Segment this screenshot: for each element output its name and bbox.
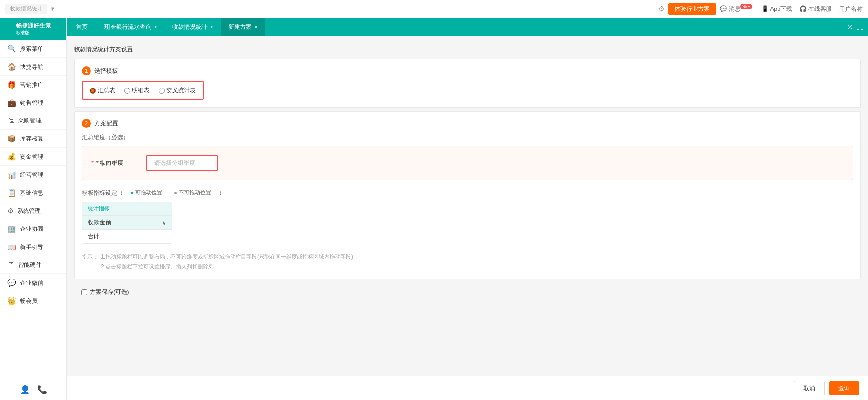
service-icon: 🎧	[799, 5, 807, 12]
metrics-section: 模板指标设定（ 可拖动位置 不可拖动位置 ）	[82, 188, 853, 245]
dimension-area: * * 纵向维度 —— 请选择分组维度	[82, 146, 853, 180]
sidebar-item-quick-nav[interactable]: 🏠 快捷导航	[0, 58, 66, 76]
inventory-icon: 📦	[7, 134, 16, 143]
step2-header: 2 方案配置	[82, 119, 853, 128]
industry-button[interactable]: 体验行业方案	[668, 3, 716, 15]
sidebar-item-operations[interactable]: 📊 经营管理	[0, 166, 66, 184]
radio-cross-input[interactable]	[159, 88, 165, 94]
tab-new-plan-close[interactable]: ×	[255, 24, 258, 30]
user-name[interactable]: 用户名称	[839, 5, 863, 13]
save-checkbox-label[interactable]: 方案保存(可选)	[81, 288, 129, 296]
fixed-dot	[174, 192, 177, 194]
sidebar-label-sales: 销售管理	[20, 99, 43, 107]
page-content: 收款情况统计方案设置 1 选择模板 汇总表 明细表	[67, 36, 868, 376]
wechat-icon: 💬	[7, 278, 16, 287]
collection-amount-dropdown[interactable]: ∨	[162, 219, 166, 226]
main-layout: 畅捷通好生意 标准版 🔍 搜索菜单 🏠 快捷导航 🎁 营销推广 💼 销售管理 🛍…	[0, 18, 868, 400]
sidebar-bottom-icon2[interactable]: 📞	[37, 385, 47, 395]
quick-nav-icon: 🏠	[7, 62, 16, 71]
logo-sub: 标准版	[16, 30, 51, 36]
purchase-icon: 🛍	[7, 117, 14, 125]
tip-line-2: 提示： 2.点击标题栏下拉可设置排序、插入列和删除列	[82, 262, 853, 272]
tab-maximize-icon[interactable]: ⛶	[856, 23, 863, 31]
tab-new-plan-label: 新建方案	[228, 23, 252, 31]
tab-close-icon[interactable]: ✕	[847, 23, 853, 32]
radio-cross-label: 交叉统计表	[166, 86, 196, 94]
tab-collection-stats[interactable]: 收款情况统计 ×	[165, 18, 221, 36]
tab-collection-stats-close[interactable]: ×	[210, 24, 213, 30]
sidebar-item-purchase[interactable]: 🛍 采购管理	[0, 112, 66, 130]
radio-detail-label: 明细表	[132, 86, 150, 94]
sidebar-item-wechat[interactable]: 💬 企业微信	[0, 274, 66, 292]
tab-bar: 首页 现金银行流水查询 × 收款情况统计 × 新建方案 × ✕ ⛶	[67, 18, 868, 36]
content-area: 首页 现金银行流水查询 × 收款情况统计 × 新建方案 × ✕ ⛶	[67, 18, 868, 400]
save-checkbox-input[interactable]	[81, 289, 87, 295]
sidebar-label-basic-info: 基础信息	[20, 189, 43, 197]
metrics-table: 统计指标 收款金额 ∨ 合计	[82, 202, 172, 244]
sidebar-item-sales[interactable]: 💼 销售管理	[0, 94, 66, 112]
sidebar-label-marketing: 营销推广	[20, 81, 43, 89]
radio-detail-input[interactable]	[124, 88, 130, 94]
tab-bank-flow[interactable]: 现金银行流水查询 ×	[97, 18, 165, 36]
sidebar-item-system[interactable]: ⚙ 系统管理	[0, 202, 66, 220]
draggable-label: 可拖动位置	[135, 189, 162, 197]
step1-badge: 1	[82, 66, 91, 75]
radio-cross[interactable]: 交叉统计表	[159, 86, 196, 94]
tab-bank-flow-close[interactable]: ×	[154, 24, 157, 30]
sidebar-logo: 畅捷通好生意 标准版	[0, 18, 66, 40]
hardware-icon: 🖥	[7, 261, 14, 269]
step2-panel: 2 方案配置 汇总维度（必选） * * 纵向维度 —— 请选择分组维度	[74, 111, 861, 279]
sidebar-item-inventory[interactable]: 📦 库存核算	[0, 130, 66, 148]
notification-area[interactable]: 💬 消息 99+	[720, 5, 754, 13]
radio-summary-label: 汇总表	[98, 86, 115, 94]
vertical-dim-label: * * 纵向维度	[91, 159, 123, 167]
page-title: 收款情况统计方案设置	[74, 42, 861, 59]
sidebar-item-guide[interactable]: 📖 新手引导	[0, 238, 66, 256]
dropdown-icon[interactable]: ▼	[50, 5, 56, 12]
stats-indicator-label: 统计指标	[88, 205, 109, 212]
page-wrapper: 收款情况统计方案设置 1 选择模板 汇总表 明细表	[67, 36, 868, 400]
sidebar-item-hardware[interactable]: 🖥 智能硬件	[0, 256, 66, 274]
tip-text-2: 2.点击标题栏下拉可设置排序、插入列和删除列	[101, 262, 214, 272]
step1-panel: 1 选择模板 汇总表 明细表	[74, 59, 861, 108]
radio-summary-input[interactable]	[90, 88, 96, 94]
header-right: 💬 消息 99+ 📱 App下载 🎧 在线客服 用户名称	[720, 5, 863, 13]
sales-icon: 💼	[7, 99, 16, 107]
query-button[interactable]: 查询	[829, 381, 859, 395]
required-mark: *	[91, 160, 94, 166]
online-service-area[interactable]: 🎧 在线客服	[799, 5, 832, 13]
dim-select-box[interactable]: 请选择分组维度	[146, 155, 218, 171]
sidebar: 畅捷通好生意 标准版 🔍 搜索菜单 🏠 快捷导航 🎁 营销推广 💼 销售管理 🛍…	[0, 18, 67, 400]
app-icon: 📱	[761, 5, 769, 12]
tab-new-plan[interactable]: 新建方案 ×	[221, 18, 265, 36]
cancel-button[interactable]: 取消	[794, 381, 825, 395]
radio-detail[interactable]: 明细表	[124, 86, 150, 94]
radio-summary[interactable]: 汇总表	[90, 86, 115, 94]
arrow-line: ——	[129, 160, 141, 167]
page-footer: 方案保存(可选)	[74, 283, 861, 301]
sidebar-bottom-icon1[interactable]: 👤	[20, 385, 30, 395]
sidebar-label-purchase: 采购管理	[18, 117, 42, 125]
app-download-area[interactable]: 📱 App下载	[761, 5, 792, 13]
sidebar-item-member[interactable]: 👑 畅会员	[0, 292, 66, 310]
gear-icon[interactable]: ⚙	[658, 5, 665, 13]
system-icon: ⚙	[7, 207, 14, 215]
logo-text: 畅捷通好生意	[16, 22, 51, 30]
action-bar: 取消 查询	[67, 376, 868, 400]
sidebar-item-search-menu[interactable]: 🔍 搜索菜单	[0, 40, 66, 58]
metrics-table-header: 统计指标	[82, 202, 172, 216]
finance-icon: 💰	[7, 152, 16, 161]
metrics-header-text: 模板指标设定（	[82, 189, 123, 197]
drag-indicator-movable: 可拖动位置	[127, 188, 166, 198]
operations-icon: 📊	[7, 170, 16, 179]
sidebar-item-basic-info[interactable]: 📋 基础信息	[0, 184, 66, 202]
tab-home[interactable]: 首页	[67, 18, 97, 36]
total-label: 合计	[88, 233, 99, 240]
notification-badge: 99+	[740, 4, 752, 9]
sidebar-item-marketing[interactable]: 🎁 营销推广	[0, 76, 66, 94]
tip-line-1: 提示： 1.拖动标题栏可以调整布局，不可跨维度或指标区域拖动栏目字段(只能在同一…	[82, 252, 853, 262]
template-section: 汇总表 明细表 交叉统计表	[82, 81, 204, 100]
sidebar-item-finance[interactable]: 💰 资金管理	[0, 148, 66, 166]
metrics-row-collection-amount[interactable]: 收款金额 ∨	[82, 216, 172, 230]
sidebar-item-enterprise[interactable]: 🏢 企业协同	[0, 220, 66, 238]
